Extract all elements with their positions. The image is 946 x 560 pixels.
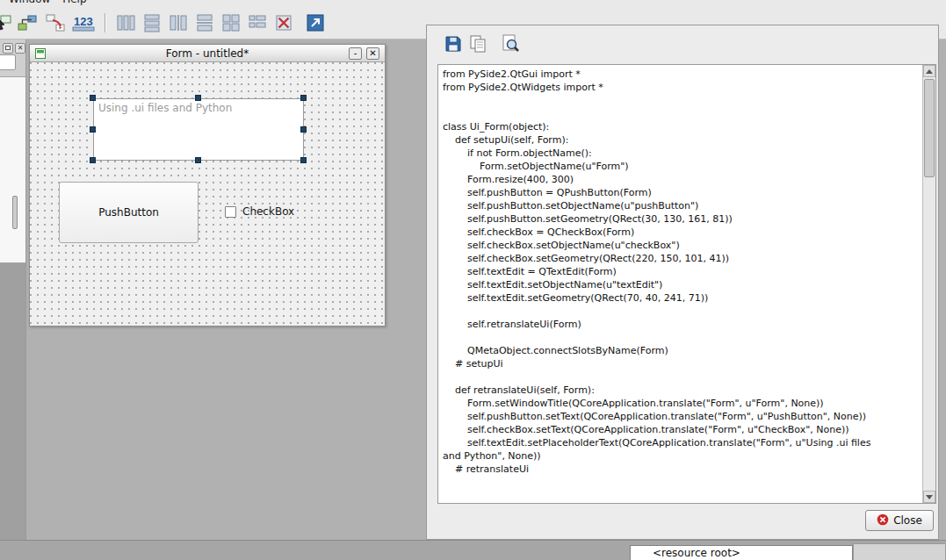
selection-handle[interactable] bbox=[300, 157, 307, 163]
close-button[interactable]: Close bbox=[865, 510, 934, 531]
bottom-strip: <resource root> bbox=[0, 540, 946, 560]
form-designer-window: Form - untitled* - ✕ Using .ui files and… bbox=[29, 44, 386, 327]
close-icon: ✕ bbox=[18, 44, 24, 52]
checkbox-label: CheckBox bbox=[242, 205, 294, 218]
layout-grid-button[interactable] bbox=[220, 12, 242, 33]
form-minimize-button[interactable]: - bbox=[349, 47, 362, 60]
layout-splitter-vertical-button[interactable] bbox=[194, 12, 215, 33]
scroll-up-button[interactable] bbox=[923, 65, 935, 77]
layout-horizontal-button[interactable] bbox=[115, 12, 136, 33]
lay-out-horizontally-in-splitter-icon bbox=[168, 12, 189, 33]
edit-signals-slots-icon bbox=[17, 12, 38, 33]
lay-out-in-a-form-layout-icon bbox=[247, 12, 268, 33]
checkbox-indicator[interactable] bbox=[225, 206, 236, 218]
resource-root-item[interactable]: <resource root> bbox=[631, 546, 852, 559]
edit-tab-order-button[interactable]: 123 bbox=[71, 12, 97, 33]
resource-browser-panel[interactable]: <resource root> bbox=[630, 545, 853, 560]
lay-out-vertically-in-splitter-icon bbox=[194, 12, 215, 33]
selection-handle[interactable] bbox=[300, 95, 307, 101]
selection-handle[interactable] bbox=[195, 95, 201, 101]
layout-splitter-horizontal-button[interactable] bbox=[168, 12, 189, 33]
menu-help[interactable]: Help bbox=[62, 0, 86, 5]
edit-widgets-icon bbox=[0, 12, 13, 33]
menu-window[interactable]: Window bbox=[9, 0, 50, 5]
scroll-down-button[interactable] bbox=[923, 491, 935, 503]
svg-text:123: 123 bbox=[74, 15, 93, 28]
edit-buddies-icon bbox=[45, 12, 66, 33]
copy-button[interactable] bbox=[466, 32, 489, 55]
break-layout-button[interactable] bbox=[273, 12, 294, 33]
code-preview-dialog: from PySide2.QtGui import * from PySide2… bbox=[426, 25, 939, 540]
find-icon bbox=[500, 33, 521, 54]
lay-out-in-a-grid-icon bbox=[220, 12, 242, 33]
lay-out-horizontally-icon bbox=[115, 12, 136, 33]
selection-handle[interactable] bbox=[195, 157, 201, 163]
break-layout-icon bbox=[273, 12, 294, 33]
lay-out-vertically-icon bbox=[141, 12, 162, 33]
float-icon bbox=[5, 46, 11, 50]
copy-icon bbox=[468, 34, 487, 54]
arrow-down-icon bbox=[926, 495, 933, 499]
layout-vertical-button[interactable] bbox=[141, 12, 162, 33]
checkbox-widget[interactable]: CheckBox bbox=[225, 205, 294, 218]
resource-browser-side bbox=[853, 543, 946, 560]
widget-list-scrollbar[interactable] bbox=[12, 196, 18, 229]
vertical-scrollbar[interactable] bbox=[922, 65, 935, 503]
form-canvas[interactable]: Using .ui files and Python PushButton Ch… bbox=[30, 62, 385, 326]
form-window-title: Form - untitled* bbox=[30, 47, 385, 60]
edit-widgets-button[interactable] bbox=[0, 12, 13, 33]
selection-handle[interactable] bbox=[90, 126, 96, 133]
code-view[interactable]: from PySide2.QtGui import * from PySide2… bbox=[437, 64, 936, 504]
close-button-label: Close bbox=[893, 514, 922, 527]
pushbutton-widget[interactable]: PushButton bbox=[59, 182, 199, 243]
code-text: from PySide2.QtGui import * from PySide2… bbox=[438, 65, 922, 503]
form-close-button[interactable]: ✕ bbox=[366, 47, 379, 60]
edit-buddies-button[interactable] bbox=[45, 12, 66, 33]
edit-signals-slots-button[interactable] bbox=[17, 12, 38, 33]
find-button[interactable] bbox=[499, 32, 522, 55]
save-icon bbox=[444, 34, 463, 54]
toolbar-separator bbox=[105, 13, 106, 32]
widget-box-panel: ✕ bbox=[0, 39, 26, 540]
close-circle-icon bbox=[877, 513, 889, 528]
dock-float-button[interactable] bbox=[3, 43, 13, 54]
arrow-up-icon bbox=[926, 69, 933, 74]
widget-filter-input[interactable] bbox=[0, 54, 16, 70]
textedit-widget[interactable]: Using .ui files and Python bbox=[93, 98, 304, 161]
widget-box-lower bbox=[0, 263, 25, 540]
layout-form-button[interactable] bbox=[247, 12, 268, 33]
form-window-titlebar[interactable]: Form - untitled* - ✕ bbox=[30, 45, 385, 62]
selection-handle[interactable] bbox=[90, 95, 96, 101]
menubar: Window Help bbox=[0, 0, 946, 6]
adjust-size-button[interactable] bbox=[305, 12, 326, 33]
textedit-placeholder: Using .ui files and Python bbox=[98, 102, 232, 114]
scrollbar-thumb[interactable] bbox=[924, 79, 935, 177]
widget-list[interactable] bbox=[0, 76, 25, 263]
adjust-size-icon bbox=[305, 12, 326, 33]
dock-close-button[interactable]: ✕ bbox=[15, 43, 25, 54]
edit-tab-order-icon: 123 bbox=[71, 12, 97, 33]
selection-handle[interactable] bbox=[90, 157, 96, 163]
selection-handle[interactable] bbox=[300, 126, 307, 133]
save-button[interactable] bbox=[442, 32, 465, 55]
